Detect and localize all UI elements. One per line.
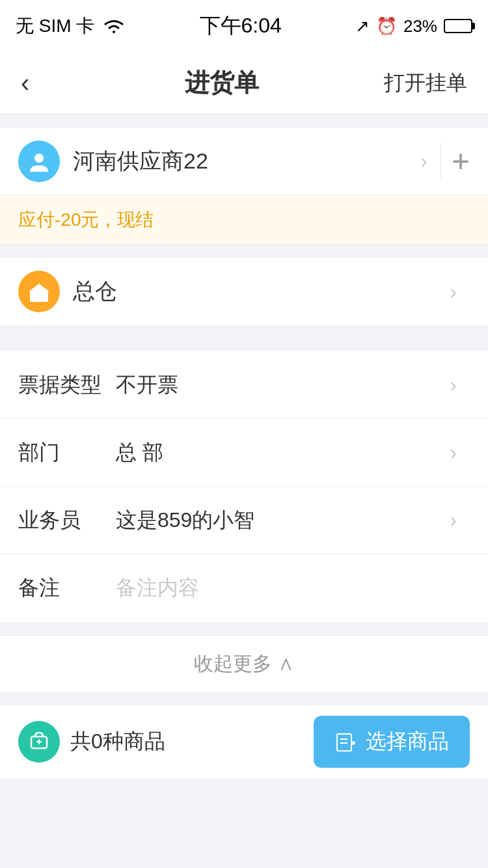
supplier-section: 河南供应商22 › + 应付-20元，现结 [0, 128, 488, 245]
salesperson-label: 业务员 [18, 506, 109, 535]
product-count-text: 共0种商品 [70, 727, 165, 756]
status-time: 下午6:04 [200, 12, 282, 40]
select-product-icon [334, 730, 358, 753]
warehouse-icon [27, 280, 51, 303]
back-button[interactable]: ‹ [21, 68, 60, 98]
open-pending-button[interactable]: 打开挂单 [384, 69, 467, 98]
invoice-type-label: 票据类型 [18, 371, 109, 400]
supplier-row[interactable]: 河南供应商22 › + [0, 128, 488, 195]
page-title: 进货单 [185, 66, 259, 100]
remark-input[interactable]: 备注内容 [109, 574, 470, 603]
add-supplier-button[interactable]: + [441, 143, 470, 179]
warehouse-section: 总仓 › [0, 258, 488, 325]
svg-marker-2 [29, 284, 49, 292]
warehouse-chevron-icon: › [450, 280, 457, 304]
salesperson-chevron-icon: › [450, 508, 457, 532]
warehouse-icon-wrap [18, 271, 60, 312]
select-product-btn-label: 选择商品 [366, 727, 449, 756]
invoice-type-value: 不开票 [109, 371, 450, 400]
status-bar: 无 SIM 卡 下午6:04 ↗ ⏰ 23% [0, 0, 488, 52]
section-gap-3 [0, 325, 488, 338]
supplier-name: 河南供应商22 [73, 146, 420, 176]
status-right: ↗ ⏰ 23% [355, 16, 472, 36]
department-chevron-icon: › [450, 441, 457, 465]
cart-icon [27, 730, 51, 753]
carrier-text: 无 SIM 卡 [16, 14, 94, 38]
location-icon: ↗ [355, 16, 370, 36]
select-product-button[interactable]: 选择商品 [314, 716, 470, 768]
department-row[interactable]: 部门 总 部 › [0, 419, 488, 487]
remark-label: 备注 [18, 574, 109, 603]
warehouse-row[interactable]: 总仓 › [0, 258, 488, 325]
nav-bar: ‹ 进货单 打开挂单 [0, 52, 488, 115]
invoice-type-row[interactable]: 票据类型 不开票 › [0, 351, 488, 419]
collapse-label: 收起更多 ∧ [194, 651, 293, 677]
svg-point-0 [34, 154, 44, 163]
status-left: 无 SIM 卡 [16, 14, 126, 38]
form-section: 票据类型 不开票 › 部门 总 部 › 业务员 这是859的小智 › 备注 备注… [0, 351, 488, 622]
department-value: 总 部 [109, 439, 450, 467]
supplier-avatar [18, 141, 60, 182]
section-gap-2 [0, 245, 488, 258]
invoice-type-chevron-icon: › [450, 373, 457, 397]
alarm-icon: ⏰ [376, 16, 397, 36]
collapse-button[interactable]: 收起更多 ∧ [0, 635, 488, 692]
remark-row[interactable]: 备注 备注内容 [0, 554, 488, 622]
page-background [0, 778, 488, 868]
supplier-chevron-icon: › [420, 149, 427, 173]
product-count-wrap: 共0种商品 [18, 721, 165, 763]
bottom-bar: 共0种商品 选择商品 [0, 705, 488, 778]
salesperson-value: 这是859的小智 [109, 506, 450, 535]
svg-rect-3 [36, 295, 42, 302]
department-label: 部门 [18, 439, 109, 467]
warehouse-name: 总仓 [73, 277, 450, 306]
product-icon-wrap [18, 721, 60, 763]
section-gap-1 [0, 115, 488, 128]
notice-text: 应付-20元，现结 [18, 210, 154, 230]
battery-icon [444, 19, 472, 33]
salesperson-row[interactable]: 业务员 这是859的小智 › [0, 487, 488, 554]
battery-percent: 23% [403, 16, 437, 36]
person-icon [27, 150, 51, 173]
notice-banner: 应付-20元，现结 [0, 195, 488, 245]
wifi-icon [102, 18, 126, 34]
